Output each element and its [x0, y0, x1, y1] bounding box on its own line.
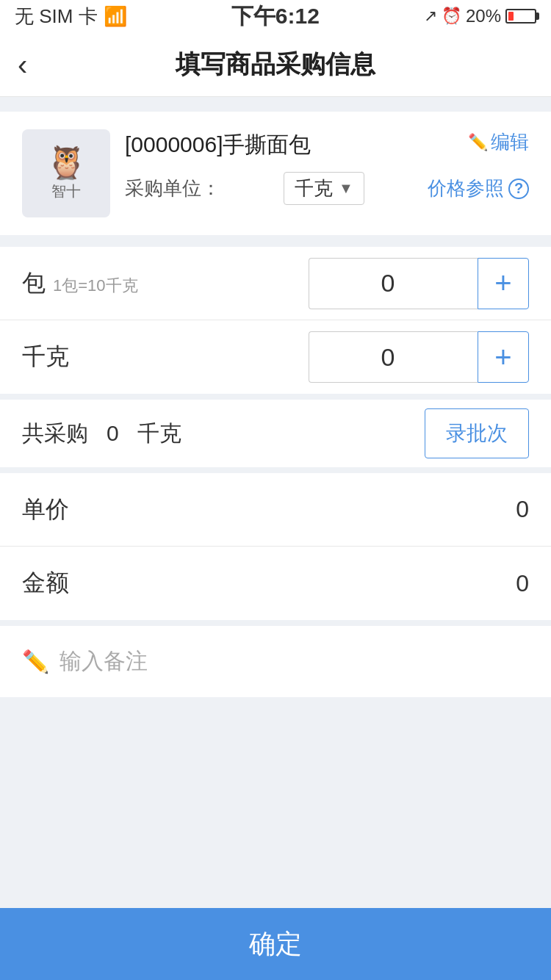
confirm-label: 确定: [249, 926, 302, 962]
price-ref-link[interactable]: 价格参照 ?: [428, 176, 529, 201]
note-placeholder: 输入备注: [60, 646, 148, 677]
alarm-icon: ⏰: [442, 7, 461, 26]
amount-row: 金额 0: [0, 547, 551, 620]
unit-label: 采购单位：: [125, 176, 220, 201]
battery-percent: 20%: [466, 6, 501, 26]
status-right: ↗ ⏰ 20%: [424, 6, 536, 26]
bag-input-row: 包 1包=10千克 +: [0, 247, 551, 320]
kg-label: 千克: [22, 341, 69, 373]
bag-plus-button[interactable]: +: [478, 258, 529, 309]
unit-price-row: 单价 0: [0, 473, 551, 547]
confirm-bar[interactable]: 确定: [0, 908, 551, 980]
product-name-row: [0000006]手撕面包 ✏️ 编辑: [125, 129, 529, 160]
kg-qty-wrapper: +: [309, 331, 529, 383]
unit-price-value: 0: [516, 496, 529, 523]
status-left: 无 SIM 卡 📶: [15, 4, 127, 29]
kg-plus-button[interactable]: +: [478, 331, 529, 383]
dropdown-arrow-icon: ▼: [339, 180, 353, 197]
unit-select[interactable]: 千克 ▼: [284, 172, 364, 205]
amount-label: 金额: [22, 567, 69, 599]
kg-qty-input[interactable]: [309, 331, 478, 383]
unit-row: 采购单位： 千克 ▼ 价格参照 ?: [125, 172, 529, 205]
status-bar: 无 SIM 卡 📶 下午6:12 ↗ ⏰ 20%: [0, 0, 551, 32]
bag-label-group: 包 1包=10千克: [22, 267, 138, 300]
back-button[interactable]: ‹: [18, 50, 27, 79]
bag-label: 包: [22, 267, 46, 300]
bag-sublabel: 1包=10千克: [53, 275, 138, 297]
total-row: 共采购 0 千克 录批次: [0, 400, 551, 473]
record-batch-button[interactable]: 录批次: [425, 408, 529, 458]
total-unit: 千克: [137, 421, 181, 445]
empty-area: [0, 703, 551, 923]
input-section: 包 1包=10千克 + 千克 +: [0, 247, 551, 400]
bag-qty-input[interactable]: [309, 258, 478, 309]
bag-qty-wrapper: +: [309, 258, 529, 309]
pencil-icon: ✏️: [22, 649, 49, 674]
total-value: 0: [107, 421, 119, 445]
total-label: 共采购: [22, 421, 88, 445]
unit-price-label: 单价: [22, 494, 69, 526]
owl-icon: 🦉: [46, 146, 87, 179]
status-time: 下午6:12: [231, 1, 320, 32]
price-ref-label: 价格参照: [428, 176, 504, 201]
amount-value: 0: [516, 570, 529, 597]
product-name: [0000006]手撕面包: [125, 129, 311, 160]
product-card: 🦉 智十 [0000006]手撕面包 ✏️ 编辑 采购单位： 千克 ▼ 价格参照: [0, 112, 551, 241]
kg-label-group: 千克: [22, 341, 110, 373]
product-info: [0000006]手撕面包 ✏️ 编辑 采购单位： 千克 ▼ 价格参照 ?: [125, 129, 529, 205]
note-section[interactable]: ✏️ 输入备注: [0, 626, 551, 703]
carrier-text: 无 SIM 卡: [15, 4, 98, 29]
wifi-icon: 📶: [104, 5, 127, 28]
edit-icon: ✏️: [468, 133, 488, 152]
total-text: 共采购 0 千克: [22, 419, 181, 449]
nav-bar: ‹ 填写商品采购信息: [0, 32, 551, 97]
detail-section: 单价 0 金额 0: [0, 473, 551, 626]
unit-value: 千克: [295, 176, 333, 201]
kg-input-row: 千克 +: [0, 320, 551, 394]
brand-text: 智十: [51, 181, 81, 201]
location-icon: ↗: [424, 7, 437, 26]
nav-title: 填写商品采购信息: [176, 48, 375, 82]
section-separator-1: [0, 241, 551, 247]
edit-label: 编辑: [491, 129, 529, 155]
edit-link[interactable]: ✏️ 编辑: [468, 129, 529, 155]
battery-indicator: [505, 9, 536, 24]
price-ref-icon: ?: [508, 179, 529, 199]
product-image: 🦉 智十: [22, 129, 110, 217]
top-divider: [0, 97, 551, 112]
